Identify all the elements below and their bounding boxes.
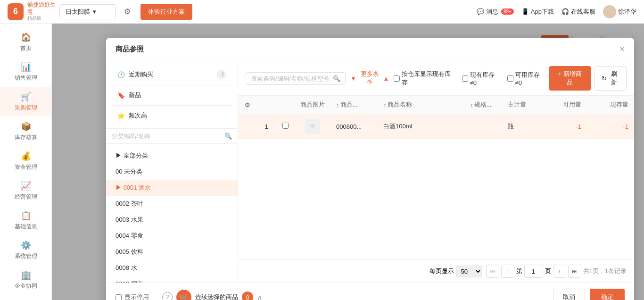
table-row[interactable]: 1 图 000600... 白酒100ml 瓶 -1 -1 — [238, 114, 634, 139]
sidebar-item-sales[interactable]: 📊 销售管理 — [0, 57, 51, 87]
refresh-product-btn[interactable]: ↻ 刷新 — [594, 66, 627, 91]
online-service-btn[interactable]: 🎧 在线客服 — [561, 8, 595, 16]
category-search-icon[interactable]: 🔍 — [224, 133, 232, 140]
product-toolbar: 🔍 ▼ 更多条件 ▲ 按仓库显示现有库存 — [238, 61, 634, 96]
category-item-0002[interactable]: 0002 茶叶 — [106, 196, 238, 212]
modal-footer: 显示停用 ? 🛒 连续选择的商品 0 ∧ 取消 确定 — [106, 283, 634, 300]
user-avatar[interactable]: 徐泽华 — [603, 5, 636, 18]
operations-icon: 📈 — [21, 181, 31, 191]
product-search-icon[interactable]: 🔍 — [333, 75, 340, 82]
col-img-header: 商品图片 — [295, 96, 330, 114]
last-page-btn[interactable]: ⏭ — [568, 265, 581, 278]
quick-nav-new[interactable]: 🔖 新品 — [112, 87, 232, 103]
sidebar-item-home[interactable]: 🏠 首页 — [0, 27, 51, 57]
page-size-dropdown[interactable]: 50 100 200 — [456, 266, 482, 277]
checkbox-avail-neq0-input[interactable] — [507, 75, 513, 82]
row-num: 1 — [257, 114, 276, 139]
col-unit-header: 主计量 — [502, 96, 540, 114]
footer-left: 显示停用 ? 🛒 连续选择的商品 0 ∧ — [116, 290, 263, 300]
category-item-0008[interactable]: 0008 水 — [106, 260, 238, 276]
checkbox-by-warehouse[interactable]: 按仓库显示现有库存 — [394, 70, 454, 87]
row-code: 000600... — [330, 114, 378, 139]
checkbox-by-warehouse-input[interactable] — [394, 75, 400, 82]
sidebar-item-enterprise[interactable]: 🏢 企业协同 — [0, 265, 51, 295]
col-num-header — [257, 96, 276, 114]
footer-cart: ? 🛒 连续选择的商品 0 ∧ — [162, 290, 263, 300]
col-settings-header[interactable]: ⚙ — [238, 96, 257, 114]
logo-icon: 6 — [8, 3, 24, 20]
col-stock-header: 现存量 — [587, 96, 634, 114]
first-page-btn[interactable]: ⏮ — [486, 265, 499, 278]
toolbar-right: + 新增商品 ↻ 刷新 — [549, 66, 627, 91]
checkbox-stock-neq0-input[interactable] — [462, 75, 468, 82]
confirm-btn[interactable]: 确定 — [590, 289, 625, 300]
cancel-btn[interactable]: 取消 — [553, 289, 585, 300]
prev-page-btn[interactable]: ‹ — [501, 265, 514, 278]
category-item-0004[interactable]: 0004 零食 — [106, 228, 238, 244]
col-code-header[interactable]: ↕ 商品... — [330, 96, 378, 114]
phone-icon: 📱 — [521, 8, 529, 15]
settings-icon[interactable]: ⚙ — [120, 4, 135, 19]
category-item-0005[interactable]: 0005 饮料 — [106, 244, 238, 260]
help-icon[interactable]: ? — [162, 292, 173, 300]
company-dropdown[interactable]: 日太阳膜 ▾ — [59, 4, 116, 19]
sidebar-item-inventory[interactable]: 📦 库存核算 — [0, 117, 51, 146]
headset-icon: 🎧 — [561, 8, 569, 15]
page-number-input[interactable] — [524, 265, 543, 278]
row-available: -1 — [540, 114, 587, 139]
page-info: 共1页，1条记录 — [583, 267, 627, 275]
sidebar-item-guide[interactable]: 🎯 新手引导 — [0, 295, 51, 300]
sidebar: 🏠 首页 📊 销售管理 🛒 采购管理 📦 库存核算 💰 资金管理 📈 经营管理 … — [0, 24, 52, 300]
category-item-0010[interactable]: 0010 家电 — [106, 276, 238, 283]
page-nav: ⏮ ‹ 第 页 › ⏭ 共1页，1条记录 — [486, 265, 627, 278]
right-panel: 🔍 ▼ 更多条件 ▲ 按仓库显示现有库存 — [238, 61, 634, 283]
sidebar-item-operations[interactable]: 📈 经营管理 — [0, 176, 51, 206]
row-checkbox[interactable] — [276, 114, 295, 139]
category-item-00[interactable]: 00 未分类 — [106, 164, 238, 180]
refresh-icon: ↻ — [602, 75, 607, 82]
category-item-all[interactable]: ▶ 全部分类 — [106, 148, 238, 164]
nav-right: 💬 消息 99+ 📱 App下载 🎧 在线客服 徐泽华 — [477, 5, 636, 18]
modal-body: 🕐 近期购买 《 🔖 新品 — [106, 61, 634, 283]
messages-badge: 99+ — [501, 8, 514, 15]
app-download-btn[interactable]: 📱 App下载 — [521, 8, 554, 16]
messages-btn[interactable]: 💬 消息 99+ — [477, 8, 514, 16]
pagination: 每页显示 50 100 200 ⏮ ‹ 第 — [238, 259, 634, 283]
add-product-btn[interactable]: + 新增商品 — [549, 66, 590, 91]
row-unit: 瓶 — [502, 114, 540, 139]
cart-icon[interactable]: 🛒 — [176, 290, 191, 300]
sidebar-item-finance[interactable]: 💰 资金管理 — [0, 146, 51, 176]
recent-icon: 🕐 — [117, 71, 125, 78]
col-name-header[interactable]: ↕ 商品名称 — [378, 96, 464, 114]
next-page-btn[interactable]: › — [553, 265, 566, 278]
procurement-icon: 🛒 — [21, 92, 31, 102]
row-stock: -1 — [587, 114, 634, 139]
home-icon: 🏠 — [21, 32, 31, 42]
checkbox-stock-neq0[interactable]: 现有库存≠0 — [462, 71, 500, 86]
category-item-0001[interactable]: ▶ 0001 酒水 — [106, 180, 238, 196]
chevron-down-icon: ▾ — [93, 8, 96, 15]
sidebar-item-procurement[interactable]: 🛒 采购管理 — [0, 87, 51, 117]
category-search-box: 🔍 — [106, 129, 238, 144]
quick-nav-frequent[interactable]: ⭐ 频次高 — [112, 108, 232, 124]
show-disabled-checkbox[interactable]: 显示停用 — [116, 293, 149, 300]
collapse-btn[interactable]: 《 — [217, 70, 226, 79]
modal-close-btn[interactable]: × — [619, 44, 625, 54]
trial-btn[interactable]: 体验行业方案 — [140, 4, 192, 20]
col-spec-header[interactable]: ↕ 规格... — [464, 96, 502, 114]
show-disabled-input[interactable] — [116, 294, 122, 300]
sidebar-item-system[interactable]: ⚙️ 系统管理 — [0, 235, 51, 265]
category-list: ▶ 全部分类 00 未分类 ▶ 0001 酒水 0002 茶叶 0003 水果 … — [106, 144, 238, 283]
modal-header: 商品参照 × — [106, 38, 634, 61]
footer-collapse-btn[interactable]: ∧ — [257, 293, 263, 300]
sidebar-item-basic[interactable]: 📋 基础信息 — [0, 206, 51, 235]
filter-btn[interactable]: ▼ 更多条件 ▲ — [350, 70, 389, 87]
modal-title: 商品参照 — [116, 45, 144, 54]
product-search-input[interactable] — [251, 75, 330, 82]
modal-overlay: 商品参照 × 🕐 近期购买 《 — [52, 24, 644, 300]
category-item-0003[interactable]: 0003 水果 — [106, 212, 238, 228]
quick-nav-recent[interactable]: 🕐 近期购买 《 — [112, 66, 232, 83]
checkbox-avail-neq0[interactable]: 可用库存≠0 — [507, 71, 545, 86]
category-search-input[interactable] — [112, 133, 222, 140]
main-layout: 🏠 首页 📊 销售管理 🛒 采购管理 📦 库存核算 💰 资金管理 📈 经营管理 … — [0, 24, 644, 300]
